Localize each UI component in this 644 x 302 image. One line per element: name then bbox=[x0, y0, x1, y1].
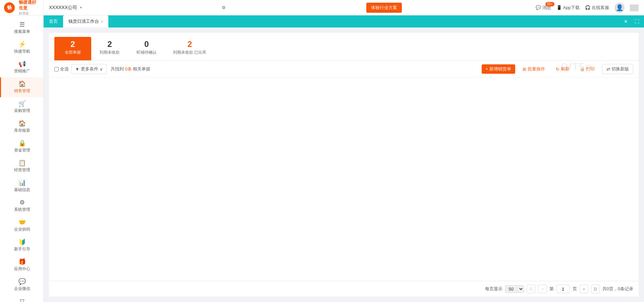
sidebar-item-wechat[interactable]: 💬 企业微信 bbox=[0, 275, 43, 295]
stat-tab-all[interactable]: 2 全部单据 bbox=[54, 37, 91, 60]
settings-icon: ⚙ bbox=[222, 5, 226, 10]
avatar-icon: 👤 bbox=[616, 4, 623, 11]
print-icon: 🖨 bbox=[580, 67, 585, 72]
user-name[interactable]: ▓▓ bbox=[630, 4, 639, 11]
per-page-label: 每页显示 bbox=[485, 286, 502, 292]
sidebar-item-label: 基础信息 bbox=[14, 187, 30, 193]
sidebar-item-label: 采购管理 bbox=[14, 108, 30, 114]
switch-version-button[interactable]: ⇄ 切换新版 bbox=[602, 64, 633, 74]
new-sales-order-button[interactable]: + 新增销货单 bbox=[482, 64, 515, 74]
guide-icon: 🔰 bbox=[18, 239, 26, 245]
chevron-filter-icon: ∨ bbox=[100, 67, 103, 72]
print-button[interactable]: 🖨 打印 bbox=[577, 64, 598, 74]
tab-work[interactable]: 钱货日清工作台 × bbox=[63, 15, 108, 27]
chevron-down-icon: ▼ bbox=[79, 6, 83, 9]
sidebar-item-inventory[interactable]: 🏠 库存核算 bbox=[0, 117, 43, 137]
sidebar-item-base-info[interactable]: 📊 基础信息 bbox=[0, 176, 43, 196]
tab-bar-controls: ✕ ⛶ bbox=[622, 18, 644, 25]
per-page-select[interactable]: 50 20 100 200 bbox=[505, 285, 524, 293]
member-icon: ▽ bbox=[20, 298, 24, 302]
tab-home[interactable]: 首页 bbox=[44, 15, 63, 27]
finance-icon: 🔒 bbox=[18, 140, 26, 146]
messages-button[interactable]: 💬 消息 99+ bbox=[536, 5, 551, 11]
last-page-button[interactable]: ⟩⟩ bbox=[591, 285, 600, 293]
sales-icon: 🏠 bbox=[18, 81, 26, 87]
sidebar-item-purchase[interactable]: 🛒 采购管理 bbox=[0, 97, 43, 117]
total-records: 共0页，0条记录 bbox=[602, 286, 633, 292]
logo-text: 畅捷通好生意 标准版 bbox=[19, 0, 39, 15]
sidebar-item-label: 快捷导航 bbox=[14, 49, 30, 54]
select-all-input[interactable] bbox=[54, 67, 59, 71]
main-content: 2 全部单据 2 到期未收款 0 旺铺待确认 2 到期未收款 已出库 全选 bbox=[44, 27, 644, 302]
system-icon: ⚙ bbox=[19, 199, 25, 205]
stats-tabs: 2 全部单据 2 到期未收款 0 旺铺待确认 2 到期未收款 已出库 bbox=[49, 33, 639, 61]
headset-icon: 🎧 bbox=[585, 5, 590, 10]
message-icon: 💬 bbox=[536, 5, 541, 10]
sidebar-item-marketing[interactable]: 📢 营销推广 bbox=[0, 58, 43, 77]
try-industry-button[interactable]: 体验行业方案 bbox=[366, 3, 402, 13]
sidebar-item-member[interactable]: ▽ 畅会员 bbox=[0, 295, 43, 302]
company-name: XXXXXX公司 bbox=[49, 5, 77, 11]
sidebar: 畅 畅捷通好生意 标准版 ☰ 搜索菜单 ⚡ 快捷导航 📢 营销推广 🏠 销售管理… bbox=[0, 0, 44, 302]
sidebar-nav: ☰ 搜索菜单 ⚡ 快捷导航 📢 营销推广 🏠 销售管理 🛒 采购管理 🏠 库存核… bbox=[0, 15, 43, 302]
stat-tab-overdue-stock[interactable]: 2 到期未收款 已出库 bbox=[165, 37, 214, 60]
sidebar-item-search[interactable]: ☰ 搜索菜单 bbox=[0, 18, 43, 38]
sidebar-item-label: 营销推广 bbox=[14, 68, 30, 74]
sidebar-item-label: 资金管理 bbox=[14, 147, 30, 153]
found-count: 0条 bbox=[125, 66, 132, 71]
close-tab-icon[interactable]: × bbox=[101, 19, 103, 23]
sidebar-item-system[interactable]: ⚙ 系统管理 bbox=[0, 196, 43, 216]
app-download-button[interactable]: 📱 App下载 bbox=[556, 5, 580, 11]
select-all-checkbox[interactable]: 全选 bbox=[54, 66, 69, 72]
app-center-icon: 🎁 bbox=[18, 259, 26, 265]
tab-close-icon[interactable]: ✕ bbox=[622, 18, 630, 25]
stat-tab-overdue-unpaid[interactable]: 2 到期未收款 bbox=[91, 37, 128, 60]
logo-area: 畅 畅捷通好生意 标准版 bbox=[0, 0, 43, 15]
cooperation-icon: 🤝 bbox=[18, 219, 26, 225]
avatar[interactable]: 👤 bbox=[614, 3, 625, 13]
batch-icon: ⊞ bbox=[523, 67, 526, 72]
base-info-icon: 📊 bbox=[18, 180, 26, 186]
sidebar-item-label: 经营管理 bbox=[14, 167, 30, 173]
logo-icon: 畅 bbox=[4, 2, 15, 13]
next-page-button[interactable]: ＞ bbox=[580, 285, 588, 293]
page-input[interactable]: 1 bbox=[556, 285, 570, 293]
refresh-button[interactable]: ↻ 刷新 bbox=[552, 64, 573, 74]
sidebar-item-label: 企业协同 bbox=[14, 227, 30, 232]
download-icon: 📱 bbox=[556, 5, 562, 10]
settings-button[interactable]: ⚙ bbox=[219, 3, 229, 13]
page-label: 第 bbox=[549, 286, 554, 292]
table-area bbox=[49, 78, 639, 281]
header-right: 💬 消息 99+ 📱 App下载 🎧 在线客服 👤 ▓▓ bbox=[536, 3, 639, 13]
sidebar-item-label: 应用中心 bbox=[14, 266, 30, 272]
tab-bar: 首页 钱货日清工作台 × ✕ ⛶ bbox=[44, 15, 644, 27]
sidebar-item-sales[interactable]: 🏠 销售管理 bbox=[0, 77, 43, 97]
sidebar-item-finance[interactable]: 🔒 资金管理 bbox=[0, 137, 43, 157]
operations-icon: 📋 bbox=[18, 160, 26, 166]
found-text: 共找到 0条 相关单据 bbox=[111, 66, 150, 72]
batch-operation-button[interactable]: ⊞ 批量操作 bbox=[519, 64, 548, 74]
search-menu-icon: ☰ bbox=[19, 21, 25, 27]
sidebar-item-operations[interactable]: 📋 经营管理 bbox=[0, 157, 43, 176]
top-header: XXXXXX公司 ▼ ⚙ 体验行业方案 💬 消息 99+ 📱 App下载 🎧 在… bbox=[44, 0, 644, 15]
tab-expand-icon[interactable]: ⛶ bbox=[633, 18, 641, 25]
inventory-icon: 🏠 bbox=[18, 120, 26, 126]
content-card: 2 全部单据 2 到期未收款 0 旺铺待确认 2 到期未收款 已出库 全选 bbox=[49, 33, 639, 297]
sidebar-item-label: 新手引导 bbox=[14, 246, 30, 252]
sidebar-item-label: 企业微信 bbox=[14, 286, 30, 292]
refresh-icon: ↻ bbox=[556, 67, 559, 72]
sidebar-item-app-center[interactable]: 🎁 应用中心 bbox=[0, 255, 43, 275]
sidebar-item-label: 库存核算 bbox=[14, 128, 30, 133]
online-service-button[interactable]: 🎧 在线客服 bbox=[585, 5, 609, 11]
first-page-button[interactable]: ⟨⟨ bbox=[527, 285, 535, 293]
sidebar-item-quick-nav[interactable]: ⚡ 快捷导航 bbox=[0, 38, 43, 58]
sidebar-item-guide[interactable]: 🔰 新手引导 bbox=[0, 236, 43, 255]
sidebar-item-cooperation[interactable]: 🤝 企业协同 bbox=[0, 216, 43, 236]
toolbar: 全选 ▼ 更多条件 ∨ 共找到 0条 相关单据 + 新增销货单 ⊞ 批量操作 ↻ bbox=[49, 61, 639, 78]
wechat-icon: 💬 bbox=[18, 279, 26, 285]
quick-nav-icon: ⚡ bbox=[18, 41, 26, 47]
filter-button[interactable]: ▼ 更多条件 ∨ bbox=[71, 64, 107, 74]
company-selector[interactable]: XXXXXX公司 ▼ bbox=[49, 5, 83, 11]
prev-page-button[interactable]: ＜ bbox=[538, 285, 547, 293]
stat-tab-wangpu[interactable]: 0 旺铺待确认 bbox=[128, 37, 165, 60]
